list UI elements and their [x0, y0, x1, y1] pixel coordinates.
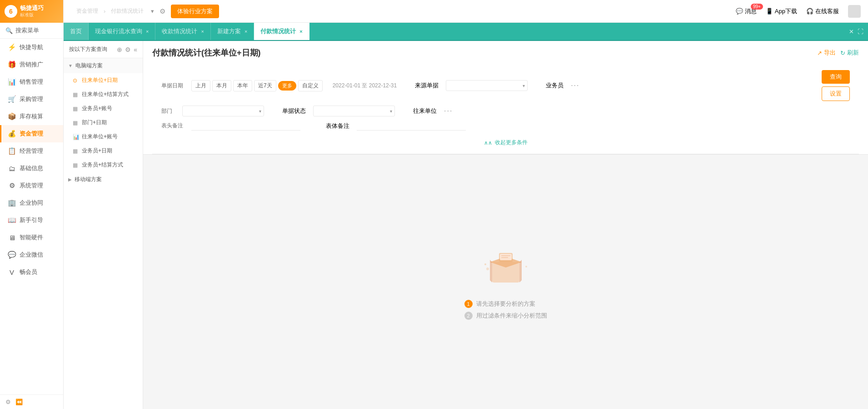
add-scheme-btn[interactable]: ⊕: [117, 46, 122, 53]
scheme-item-staff-date[interactable]: ▦ 业务员+日期: [64, 144, 143, 158]
tab-payment-stats[interactable]: 付款情况统计 ×: [254, 23, 309, 40]
sidebar-item-finance[interactable]: 💰 资金管理: [0, 125, 63, 142]
date-btn-this-month[interactable]: 本月: [212, 80, 231, 91]
source-select[interactable]: [446, 80, 528, 91]
tab-receipt-stats[interactable]: 收款情况统计 ×: [155, 23, 210, 40]
scheme-item-label: 部门+日期: [82, 119, 107, 126]
tabbar: 首页 现金银行流水查询 × 收款情况统计 × 新建方案 × 付款情况统计 × ✕…: [64, 23, 868, 41]
user-avatar[interactable]: [848, 5, 861, 18]
sidebar-item-marketing[interactable]: 🎁 营销推广: [0, 56, 63, 73]
date-btn-7days[interactable]: 近7天: [254, 80, 276, 91]
sidebar-item-guide[interactable]: 📖 新手引导: [0, 212, 63, 229]
hint-num-1: 1: [464, 300, 473, 308]
collapse-filter-btn[interactable]: ∧∧ 收起更多条件: [161, 135, 850, 148]
setting-btn[interactable]: 设置: [822, 86, 850, 101]
partner-dots-btn[interactable]: ···: [444, 107, 453, 115]
expand-icon[interactable]: ⛶: [858, 28, 863, 35]
sidebar-item-sales[interactable]: 📊 销售管理: [0, 73, 63, 91]
scheme-grid-icon: ▦: [73, 106, 79, 112]
collapse-sidebar-icon[interactable]: ⏪: [15, 399, 23, 405]
sidebar-item-label: 系统管理: [20, 182, 43, 190]
sidebar-item-hardware[interactable]: 🖥 智能硬件: [0, 229, 63, 246]
sidebar-item-basic[interactable]: 🗂 基础信息: [0, 160, 63, 177]
app-download-area[interactable]: 📱 App下载: [766, 7, 797, 15]
collapse-scheme-panel-icon[interactable]: «: [134, 46, 137, 53]
staff-dots-btn[interactable]: ···: [571, 81, 579, 90]
topbar-dropdown-icon[interactable]: ▾: [151, 8, 154, 15]
tab-payment-stats-label: 付款情况统计: [260, 27, 296, 35]
quick-nav-icon: ⚡: [8, 43, 16, 51]
table-remark-input[interactable]: [191, 121, 300, 131]
sidebar-item-purchase[interactable]: 🛒 采购管理: [0, 91, 63, 108]
topbar-gear-icon[interactable]: ⚙: [160, 7, 165, 15]
tab-home[interactable]: 首页: [64, 23, 89, 40]
sidebar-item-operation[interactable]: 📋 经营管理: [0, 142, 63, 160]
scheme-settings-icon[interactable]: ⚙: [125, 46, 131, 53]
body-remark-input[interactable]: [357, 121, 466, 131]
date-btn-more[interactable]: 更多: [278, 81, 296, 91]
logo-icon: 6: [5, 5, 17, 18]
date-btn-custom[interactable]: 自定义: [298, 80, 323, 91]
online-service-area[interactable]: 🎧 在线客服: [806, 7, 839, 15]
scheme-panel-header-icons: ⊕ ⚙ «: [117, 46, 137, 53]
dept-select-wrap: ▾: [182, 106, 264, 116]
scheme-item-unit-settle[interactable]: ▦ 往来单位+结算方式: [64, 87, 143, 101]
filter-query-actions: 查询 设置: [822, 70, 850, 101]
sidebar-item-inventory[interactable]: 📦 库存核算: [0, 108, 63, 125]
sidebar-item-member[interactable]: V 畅会员: [0, 263, 63, 281]
settings-icon[interactable]: ⚙: [5, 399, 11, 405]
content-area: 按以下方案查询 ⊕ ⚙ « ▼ 电脑端方案 ⊙ 往来单位+日期: [64, 41, 868, 409]
tab-bank-flow-close[interactable]: ×: [146, 29, 149, 34]
corp-icon: 🏢: [8, 199, 16, 207]
sidebar-item-system[interactable]: ⚙ 系统管理: [0, 177, 63, 194]
scheme-item-dept-date[interactable]: ▦ 部门+日期: [64, 116, 143, 130]
marketing-icon: 🎁: [8, 61, 16, 69]
scheme-item-staff-account[interactable]: ▦ 业务员+账号: [64, 101, 143, 116]
svg-point-7: [484, 263, 486, 265]
tab-receipt-stats-close[interactable]: ×: [201, 29, 204, 34]
mobile-group-arrow-icon: ▶: [68, 177, 72, 182]
sidebar-item-label: 畅会员: [20, 268, 37, 276]
app-download-label: App下载: [775, 7, 797, 15]
close-all-icon[interactable]: ✕: [849, 28, 854, 35]
sidebar-item-quick-nav[interactable]: ⚡ 快捷导航: [0, 39, 63, 56]
refresh-btn[interactable]: ↻ 刷新: [840, 49, 859, 57]
scheme-group-mobile-header[interactable]: ▶ 移动端方案: [64, 172, 143, 187]
date-btn-this-year[interactable]: 本年: [233, 80, 252, 91]
dept-select[interactable]: [182, 106, 264, 116]
hint-num-2: 2: [464, 312, 473, 320]
tab-bank-flow[interactable]: 现金银行流水查询 ×: [89, 23, 155, 40]
purchase-icon: 🛒: [8, 95, 16, 103]
guide-icon: 📖: [8, 216, 16, 224]
tab-payment-stats-close[interactable]: ×: [299, 29, 302, 34]
tab-bank-flow-label: 现金银行流水查询: [95, 27, 142, 35]
tab-new-scheme[interactable]: 新建方案 ×: [211, 23, 254, 40]
scheme-item-unit-date[interactable]: ⊙ 往来单位+日期: [64, 73, 143, 87]
tab-new-scheme-close[interactable]: ×: [244, 29, 247, 34]
sidebar-item-weixin[interactable]: 💬 企业微信: [0, 246, 63, 263]
scheme-item-label: 业务员+账号: [82, 105, 112, 112]
scheme-item-unit-account[interactable]: 📊 往来单位+账号: [64, 130, 143, 144]
trial-btn[interactable]: 体验行业方案: [171, 5, 219, 18]
query-btn[interactable]: 查询: [822, 70, 850, 84]
online-service-label: 在线客服: [815, 7, 839, 15]
hardware-icon: 🖥: [8, 234, 16, 242]
tab-receipt-stats-label: 收款情况统计: [162, 27, 197, 35]
filter-row-1: 单据日期 上月 本月 本年 近7天 更多 自定义 2022-01-01 至 20…: [161, 70, 850, 101]
scheme-group-desktop-header[interactable]: ▼ 电脑端方案: [64, 58, 143, 73]
message-icon: 💬: [736, 8, 743, 15]
export-btn[interactable]: ↗ 导出: [817, 49, 836, 57]
scheme-item-staff-settle[interactable]: ▦ 业务员+结算方式: [64, 158, 143, 172]
search-menu[interactable]: 🔍 搜索菜单: [0, 23, 63, 39]
date-buttons: 上月 本月 本年 近7天 更多 自定义: [191, 80, 323, 91]
scheme-active-icon: ⊙: [73, 77, 79, 84]
scheme-group-desktop: ▼ 电脑端方案 ⊙ 往来单位+日期 ▦ 往来单位+结算方式 ▦ 业务员+账号: [64, 58, 143, 172]
notification-area[interactable]: 💬 消息 99+: [736, 7, 757, 15]
sidebar-item-label: 销售管理: [20, 78, 43, 86]
empty-hints: 1 请先选择要分析的方案 2 用过滤条件来缩小分析范围: [464, 300, 547, 320]
date-btn-last-month[interactable]: 上月: [191, 80, 210, 91]
notification-badge: 99+: [751, 4, 763, 10]
mobile-icon: 📱: [766, 8, 773, 15]
sidebar-item-corp[interactable]: 🏢 企业协同: [0, 194, 63, 212]
doc-status-select[interactable]: [313, 106, 395, 116]
